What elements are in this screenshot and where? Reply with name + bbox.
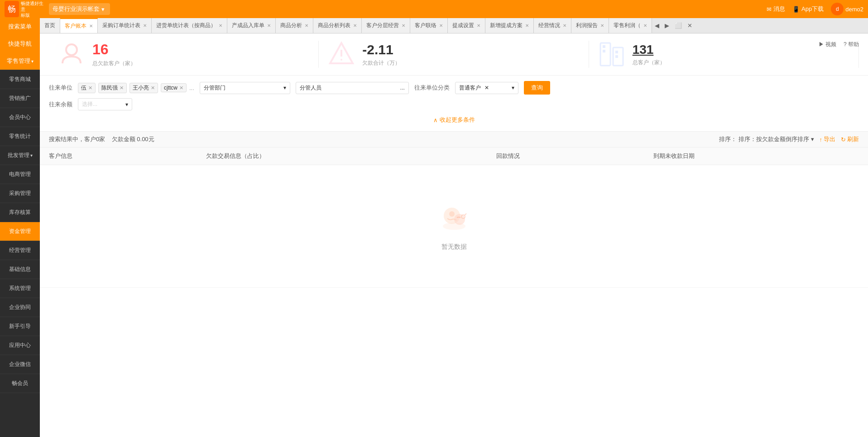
video-link[interactable]: ▶ 视频 <box>819 41 836 48</box>
filter-area: 往来单位 伍 ✕ 陈民强 ✕ 王小亮 <box>40 76 868 132</box>
tab-prev-btn[interactable]: ◀ <box>652 18 662 33</box>
tab-close-cost-inbound[interactable]: ✕ <box>267 23 271 28</box>
tab-product-analysis[interactable]: 商品分析 ✕ <box>276 18 313 33</box>
tag-close-chen[interactable]: ✕ <box>120 85 124 91</box>
phone-icon: 📱 <box>792 6 800 13</box>
collapse-button[interactable]: ∧ 收起更多条件 <box>49 114 859 126</box>
stat-block-debtors: 16 总欠款客户（家） <box>49 41 319 68</box>
balance-selector[interactable]: 选择... ▾ <box>78 98 132 110</box>
sidebar-item-new-guide[interactable]: 新手引导 <box>0 317 40 336</box>
table-header: 客户信息 欠款交易信息（占比） 回款情况 到期未收款日期 <box>40 147 868 165</box>
tab-close-improve-settings[interactable]: ✕ <box>477 23 480 28</box>
svg-rect-5 <box>603 45 605 48</box>
tab-close-customer-book[interactable]: ✕ <box>89 24 93 28</box>
export-button[interactable]: ↑ 导出 <box>820 135 836 143</box>
user-menu[interactable]: d demo2 <box>831 3 863 15</box>
tab-cost-inbound[interactable]: 产成品入库单 ✕ <box>227 18 276 33</box>
sidebar-item-system[interactable]: 系统管理 <box>0 279 40 298</box>
tab-close-inbound-stats[interactable]: ✕ <box>219 23 222 28</box>
sort-selector[interactable]: 排序： 排序：按欠款金额倒序排序 ▾ <box>719 135 814 143</box>
tab-profit-report[interactable]: 利润报告 ✕ <box>571 18 609 33</box>
person-placeholder: 分管人员 <box>300 84 321 92</box>
sidebar-quick-nav[interactable]: 快捷导航 <box>0 35 40 52</box>
dept-dropdown-icon: ▾ <box>283 85 286 91</box>
sidebar-item-member-center[interactable]: 会员中心 <box>0 108 40 127</box>
tab-close-profit-report[interactable]: ✕ <box>600 23 604 28</box>
tab-close-new-improve[interactable]: ✕ <box>525 23 529 28</box>
query-button[interactable]: 查询 <box>524 81 550 95</box>
debt-amount-label: 欠款合计（万） <box>362 59 400 67</box>
svg-point-0 <box>66 44 77 55</box>
sidebar-item-inventory[interactable]: 库存核算 <box>0 203 40 222</box>
data-table: 客户信息 欠款交易信息（占比） 回款情况 到期未收款日期 <box>40 147 868 288</box>
export-icon: ↑ <box>820 136 823 143</box>
empty-icon <box>436 201 472 238</box>
tab-next-btn[interactable]: ▶ <box>662 18 672 33</box>
tab-customer-book[interactable]: 客户账本 ✕ <box>60 18 98 33</box>
sidebar-item-ecommerce[interactable]: 电商管理 <box>0 165 40 184</box>
sidebar-item-vip-member[interactable]: 畅会员 <box>0 374 40 393</box>
tab-close-customer-segment[interactable]: ✕ <box>402 23 405 28</box>
debtors-value: 16 <box>92 41 136 58</box>
results-bar: 搜索结果中，客户0家 欠款金额 0.00元 排序： 排序：按欠款金额倒序排序 ▾… <box>40 132 868 147</box>
sidebar-item-enterprise-wechat[interactable]: 企业微信 <box>0 355 40 374</box>
page-content: 16 总欠款客户（家） -2.11 欠款合计（万） <box>40 33 868 437</box>
tab-close-product-analysis[interactable]: ✕ <box>305 23 308 28</box>
tab-restore-btn[interactable]: ✕ <box>685 18 695 33</box>
tab-improve-settings[interactable]: 提成设置 ✕ <box>448 18 485 33</box>
sidebar-item-wholesale-mgmt[interactable]: 批发管理 ▾ <box>0 146 40 165</box>
unit-label: 往来单位 <box>49 84 72 92</box>
account-name: 母婴行业演示帐套 <box>53 5 100 13</box>
col-repayment: 回款情况 <box>487 147 644 165</box>
app-container: 畅 畅捷通好生意标版 母婴行业演示帐套 ▾ ✉ 消息 📱 App下载 d dem… <box>0 0 868 437</box>
sidebar-item-purchase[interactable]: 采购管理 <box>0 184 40 203</box>
tab-close-purchase-order[interactable]: ✕ <box>143 23 147 28</box>
sidebar-item-basic-info[interactable]: 基础信息 <box>0 260 40 279</box>
dept-selector[interactable]: 分管部门 ▾ <box>200 82 290 94</box>
total-customers-value: 131 <box>633 43 665 57</box>
filter-tag-cjttcw: cjttcw ✕ <box>161 83 187 92</box>
tab-close-business-status[interactable]: ✕ <box>563 23 566 28</box>
sidebar-item-operations[interactable]: 经营管理 <box>0 241 40 260</box>
tab-maximize-btn[interactable]: ⬜ <box>672 18 685 33</box>
sidebar-item-app-center[interactable]: 应用中心 <box>0 336 40 355</box>
filter-more-tags[interactable]: ... <box>189 85 194 91</box>
tab-new-improve[interactable]: 新增提成方案 ✕ <box>485 18 534 33</box>
category-selector[interactable]: 普通客户 ✕ ▾ <box>455 82 518 94</box>
tab-customer-contact[interactable]: 客户联络 ✕ <box>410 18 448 33</box>
tab-business-status[interactable]: 经营情况 ✕ <box>534 18 571 33</box>
tab-close-product-analysis-list[interactable]: ✕ <box>353 23 357 28</box>
results-right: 排序： 排序：按欠款金额倒序排序 ▾ ↑ 导出 ↻ 刷新 <box>719 135 859 143</box>
tab-home[interactable]: 首页 <box>40 18 60 33</box>
tab-close-customer-contact[interactable]: ✕ <box>439 23 443 28</box>
tag-close-wang[interactable]: ✕ <box>151 85 155 91</box>
sidebar-item-retail-stats[interactable]: 零售统计 <box>0 127 40 146</box>
debtors-icon <box>58 41 85 68</box>
tab-retail-profit[interactable]: 零售利润（ ✕ <box>609 18 652 33</box>
app-download-btn[interactable]: 📱 App下载 <box>792 5 824 13</box>
tab-purchase-order[interactable]: 采购订单统计表 ✕ <box>98 18 152 33</box>
sidebar-item-marketing[interactable]: 营销推广 <box>0 89 40 108</box>
filter-tag-wang: 王小亮 ✕ <box>129 83 158 93</box>
help-icon: ? <box>844 41 847 48</box>
help-link[interactable]: ? 帮助 <box>844 41 859 48</box>
tag-close-wu[interactable]: ✕ <box>88 85 92 91</box>
tab-inbound-stats[interactable]: 进货单统计表（按商品） ✕ <box>152 18 227 33</box>
tab-product-analysis-list[interactable]: 商品分析列表 ✕ <box>313 18 362 33</box>
account-selector[interactable]: 母婴行业演示帐套 ▾ <box>49 3 110 15</box>
refresh-button[interactable]: ↻ 刷新 <box>841 135 859 143</box>
person-selector[interactable]: 分管人员 ... <box>296 82 409 94</box>
tab-customer-segment[interactable]: 客户分层经营 ✕ <box>362 18 410 33</box>
sidebar-search[interactable]: 搜索菜单 <box>0 18 40 35</box>
sidebar-item-finance[interactable]: 资金管理 <box>0 222 40 241</box>
sidebar-item-retail-mall[interactable]: 零售商城 <box>0 70 40 89</box>
sidebar-item-retail-mgmt[interactable]: 零售管理 ▾ <box>0 52 40 70</box>
sidebar-item-enterprise-coop[interactable]: 企业协同 <box>0 298 40 317</box>
svg-point-3 <box>340 59 342 61</box>
balance-label: 往来余额 <box>49 100 72 109</box>
messages-btn[interactable]: ✉ 消息 <box>767 5 785 13</box>
tag-close-cjttcw[interactable]: ✕ <box>179 85 183 91</box>
category-clear[interactable]: ✕ <box>484 85 489 91</box>
tab-close-retail-profit[interactable]: ✕ <box>643 23 647 28</box>
col-customer-info: 客户信息 <box>40 147 197 165</box>
